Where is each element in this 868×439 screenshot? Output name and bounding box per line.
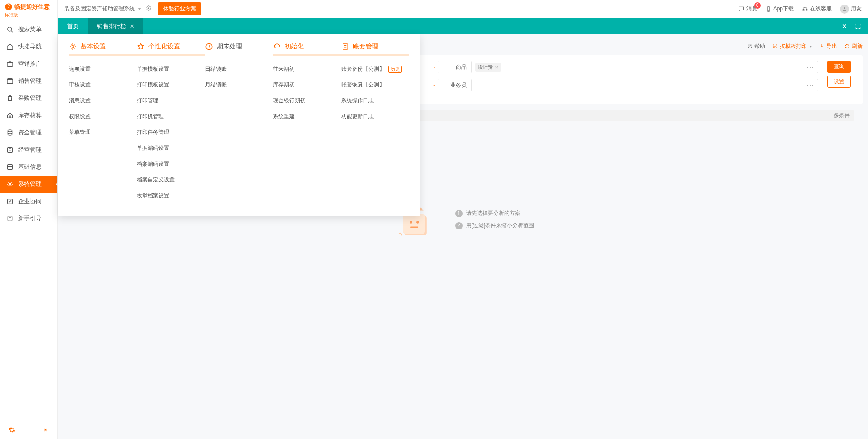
sidebar-item-inventory[interactable]: 库存核算 <box>0 107 57 124</box>
help-button[interactable]: 帮助 <box>747 43 765 50</box>
settings-gear-icon[interactable] <box>8 426 15 435</box>
mega-menu-item[interactable]: 权限设置 <box>69 109 137 124</box>
mega-item-label: 账套备份【公测】 <box>341 65 385 73</box>
salesman-field[interactable]: ⋯ <box>471 79 818 91</box>
user-menu[interactable]: 用友 <box>840 5 862 14</box>
org-selector[interactable]: 装备及固定资产辅助管理系统 ▾ <box>64 5 141 13</box>
mega-item-label: 库存期初 <box>273 81 295 89</box>
mega-column-title: 期末处理 <box>205 43 273 56</box>
mega-item-label: 审核设置 <box>69 81 91 89</box>
mega-menu-item[interactable]: 打印机管理 <box>137 109 205 124</box>
mega-menu-item[interactable]: 现金银行期初 <box>273 93 341 109</box>
mega-menu-item[interactable]: 账套恢复【公测】 <box>341 77 409 93</box>
mega-item-label: 档案编码设置 <box>137 160 169 168</box>
topbar: 装备及固定资产辅助管理系统 ▾ 体验行业方案 消息 6 App下载 在线客服 用… <box>58 0 868 18</box>
logo-text: 畅捷通好生意 <box>14 3 50 11</box>
sidebar-item-label: 新手引导 <box>18 215 42 223</box>
svg-rect-11 <box>8 199 13 204</box>
more-dots-icon[interactable]: ⋯ <box>806 81 814 90</box>
print-template-label: 按模板打印 <box>780 43 807 50</box>
org-settings-icon[interactable] <box>145 5 152 13</box>
salesman-label: 业务员 <box>448 81 467 89</box>
sidebar-item-system-mgmt[interactable]: 系统管理 <box>0 176 57 193</box>
tab-label: 首页 <box>67 22 79 30</box>
chevron-down-icon: ▾ <box>138 6 141 11</box>
mega-menu-item[interactable]: 系统操作日志 <box>341 93 409 109</box>
mega-item-label: 日结锁账 <box>205 65 227 73</box>
tab-销售排行榜[interactable]: 销售排行榜✕ <box>88 18 143 34</box>
close-all-tabs-icon[interactable]: ✕ <box>839 21 850 32</box>
mega-menu-item[interactable]: 功能更新日志 <box>341 109 409 124</box>
mega-menu-item[interactable]: 打印管理 <box>137 93 205 109</box>
mega-menu-item[interactable]: 审核设置 <box>69 77 137 93</box>
mega-menu-item[interactable]: 菜单管理 <box>69 124 137 140</box>
sidebar-item-label: 系统管理 <box>18 180 42 188</box>
mega-menu-item[interactable]: 档案自定义设置 <box>137 172 205 188</box>
mega-menu-item[interactable]: 档案编码设置 <box>137 156 205 172</box>
more-conditions-bar[interactable]: 多条件 <box>352 110 854 121</box>
column-head-icon <box>69 43 77 51</box>
mega-menu-item[interactable]: 消息设置 <box>69 93 137 109</box>
logo-icon <box>5 3 13 11</box>
sidebar-item-search-menu[interactable]: 搜索菜单 <box>0 21 57 38</box>
messages-button[interactable]: 消息 6 <box>738 5 757 13</box>
system-mgmt-icon <box>6 181 14 188</box>
mega-menu-item[interactable]: 单据模板设置 <box>137 61 205 77</box>
mega-menu-item[interactable]: 打印模板设置 <box>137 77 205 93</box>
mega-menu-item[interactable]: 打印任务管理 <box>137 124 205 140</box>
export-icon <box>819 43 825 49</box>
mega-menu-item[interactable]: 库存期初 <box>273 77 341 93</box>
svg-line-1 <box>11 31 13 32</box>
sidebar-item-sales-mgmt[interactable]: 销售管理 <box>0 72 57 90</box>
svg-point-22 <box>410 221 412 223</box>
sidebar-item-marketing[interactable]: 营销推广 <box>0 55 57 72</box>
export-button[interactable]: 导出 <box>819 43 837 50</box>
mega-menu-item[interactable]: 日结锁账 <box>205 61 273 77</box>
mega-menu-item[interactable]: 枚举档案设置 <box>137 188 205 204</box>
sidebar-item-ops-mgmt[interactable]: 经营管理 <box>0 141 57 158</box>
mega-menu-item[interactable]: 选项设置 <box>69 61 137 77</box>
refresh-label: 刷新 <box>852 43 863 50</box>
setting-button[interactable]: 设置 <box>827 76 851 88</box>
sidebar-item-basic-info[interactable]: 基础信息 <box>0 158 57 176</box>
step-text: 用[过滤]条件来缩小分析范围 <box>466 222 534 229</box>
product-tag[interactable]: 设计费 ✕ <box>475 63 501 72</box>
chevron-down-icon: ▾ <box>433 83 435 88</box>
close-tab-icon[interactable]: ✕ <box>130 24 134 29</box>
fullscreen-icon[interactable] <box>853 21 863 32</box>
customer-service-button[interactable]: 在线客服 <box>802 5 832 13</box>
mega-menu-item[interactable]: 账套备份【公测】历史 <box>341 61 409 77</box>
print-template-button[interactable]: 按模板打印 ▾ <box>773 43 812 50</box>
mega-item-label: 系统操作日志 <box>341 97 374 105</box>
product-field[interactable]: 设计费 ✕ ⋯ <box>471 61 818 73</box>
mega-menu-item[interactable]: 往来期初 <box>273 61 341 77</box>
svg-rect-21 <box>403 214 425 234</box>
column-head-icon <box>205 43 213 51</box>
mega-item-label: 菜单管理 <box>69 129 91 136</box>
query-button[interactable]: 查询 <box>827 61 851 73</box>
sidebar-item-beginner-guide[interactable]: 新手引导 <box>0 210 57 227</box>
refresh-button[interactable]: 刷新 <box>844 43 863 50</box>
sidebar-item-label: 搜索菜单 <box>18 25 42 33</box>
sidebar-item-purchase-mgmt[interactable]: 采购管理 <box>0 90 57 107</box>
sidebar-item-quick-nav[interactable]: 快捷导航 <box>0 38 57 55</box>
try-scheme-button[interactable]: 体验行业方案 <box>158 2 201 15</box>
sidebar-item-enterprise-collab[interactable]: 企业协同 <box>0 193 57 210</box>
svg-point-18 <box>844 7 845 9</box>
mega-item-label: 系统重建 <box>273 113 295 120</box>
mega-menu-item[interactable]: 月结锁账 <box>205 77 273 93</box>
svg-point-10 <box>9 183 11 185</box>
collapse-sidebar-icon[interactable] <box>42 426 49 435</box>
mega-menu-item[interactable]: 系统重建 <box>273 109 341 124</box>
sidebar-item-fund-mgmt[interactable]: 资金管理 <box>0 124 57 141</box>
refresh-icon <box>844 43 850 49</box>
tab-首页[interactable]: 首页 <box>58 18 88 34</box>
mega-item-label: 打印管理 <box>137 97 158 105</box>
mega-menu-item[interactable]: 单据编码设置 <box>137 140 205 156</box>
empty-step: 1请先选择要分析的方案 <box>455 210 534 217</box>
more-dots-icon[interactable]: ⋯ <box>806 63 814 72</box>
remove-tag-icon[interactable]: ✕ <box>495 65 498 70</box>
mega-column-title: 账套管理 <box>341 43 409 56</box>
app-download-button[interactable]: App下载 <box>765 5 794 13</box>
product-tag-label: 设计费 <box>478 64 493 71</box>
